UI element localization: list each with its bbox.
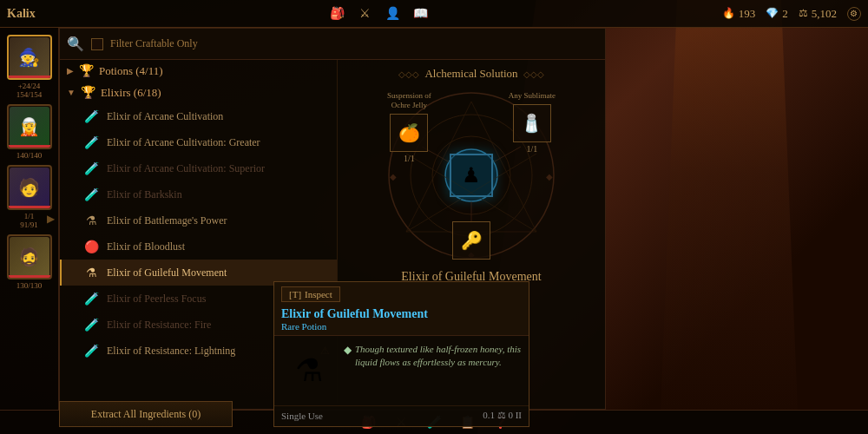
nav-icon-profile[interactable]: 👤 <box>382 3 403 24</box>
header-bar: Kalix 🎒 ⚔ 👤 📖 🔥 193 💎 2 ⚖ 5,102 ⚙ <box>0 0 868 28</box>
currency2-value: 5,102 <box>812 7 837 21</box>
extract-button[interactable]: Extract All Ingredients (0) <box>59 401 233 427</box>
char-portrait-2[interactable]: 🧝 <box>7 104 52 149</box>
category-elixirs-arrow: ▼ <box>67 88 76 97</box>
category-potions[interactable]: ▶ 🏆 Potions (4/11) <box>60 60 337 82</box>
alchemy-circle: ◆ ◆ ◆ Suspension ofOchre Jelly 🍊 1/1 Any… <box>380 84 562 266</box>
char-slot-1[interactable]: 🧙 +24/24154/154 <box>7 35 52 99</box>
category-potions-icon: 🏆 <box>79 63 94 78</box>
alchemy-title-text: Alchemical Solution <box>424 67 517 81</box>
category-elixirs[interactable]: ▼ 🏆 Elixirs (6/18) <box>60 82 337 103</box>
gold-value: 193 <box>739 7 756 21</box>
gem-value: 2 <box>782 7 788 21</box>
char-slot-3[interactable]: 🧑 1/191/91 <box>7 165 52 229</box>
inspect-icon-area: ⚗ <box>281 343 337 398</box>
char-stats-label-1: +24/24154/154 <box>16 82 43 99</box>
inspect-use-label: Single Use <box>281 411 323 421</box>
slot-top-left-box[interactable]: 🍊 <box>390 114 428 152</box>
category-elixirs-icon: 🏆 <box>81 85 95 100</box>
center-slot-icon: ♟ <box>462 163 481 187</box>
item-label-guileful: Elixir of Guileful Movement <box>107 266 227 279</box>
inspect-effect-row: ◆ Though textured like half-frozen honey… <box>344 343 522 370</box>
character-sidebar: 🧙 +24/24154/154 🧝 140/140 🧑 1/191/91 🧔 <box>0 28 59 410</box>
list-item-arcane-cult-greater[interactable]: 🧪 Elixir of Arcane Cultivation: Greater <box>60 129 337 155</box>
char-hp-fill-1 <box>9 76 50 78</box>
extract-button-label: Extract All Ingredients (0) <box>91 408 201 421</box>
currency2-icon: ⚖ <box>799 7 808 20</box>
nav-icon-bag[interactable]: 🎒 <box>326 3 347 24</box>
item-icon-barkskin: 🧪 <box>82 186 100 203</box>
list-item-arcane-cult[interactable]: 🧪 Elixir of Arcane Cultivation <box>60 103 337 129</box>
inspect-popup: [T] Inspect Elixir of Guileful Movement … <box>273 281 529 427</box>
inspect-item-icon: ⚗ <box>295 352 323 389</box>
item-icon-arcane-cult-greater: 🧪 <box>82 134 100 151</box>
item-icon-arcane-cult-superior: 🧪 <box>82 160 100 177</box>
header-stats: 🔥 193 💎 2 ⚖ 5,102 ⚙ <box>722 7 861 21</box>
gem-icon: 💎 <box>766 7 779 20</box>
char-slot-4[interactable]: 🧔 130/130 <box>7 234 52 290</box>
slot-top-right-box[interactable]: 🧂 <box>513 104 551 142</box>
slot-top-left-icon: 🍊 <box>398 122 420 143</box>
item-label-peerless: Elixir of Peerless Focus <box>107 293 206 306</box>
item-icon-bloodlust: 🔴 <box>82 238 100 255</box>
item-icon-arcane-cult: 🧪 <box>82 108 100 125</box>
item-icon-resistance-fire: 🧪 <box>82 316 100 333</box>
inspect-weight-value: 0.1 <box>483 410 495 420</box>
char-portrait-3[interactable]: 🧑 <box>7 165 52 210</box>
inspect-header: [T] Inspect Elixir of Guileful Movement … <box>274 282 529 336</box>
list-item-bloodlust[interactable]: 🔴 Elixir of Bloodlust <box>60 233 337 260</box>
list-item-battlemage[interactable]: ⚗ Elixir of Battlemage's Power <box>60 207 337 233</box>
slot-bottom-box[interactable]: 🔑 <box>452 221 490 260</box>
inspect-slots-value: II <box>516 410 522 420</box>
panel-header: 🔍 Filter Craftable Only <box>60 29 605 60</box>
sidebar-scroll-arrow: ▶ <box>47 213 55 226</box>
item-icon-guileful: ⚗ <box>82 264 100 281</box>
nav-icon-combat[interactable]: ⚔ <box>354 3 375 24</box>
inspect-button[interactable]: [T] Inspect <box>281 286 340 302</box>
char-face-1: 🧙 <box>10 37 49 77</box>
nav-icons: 🎒 ⚔ 👤 📖 <box>326 3 431 24</box>
settings-icon[interactable]: ⚙ <box>847 7 861 21</box>
nav-icon-book[interactable]: 📖 <box>410 3 431 24</box>
char-portrait-1[interactable]: 🧙 <box>7 35 52 80</box>
char-portrait-4[interactable]: 🧔 <box>7 234 52 279</box>
inspect-footer: Single Use 0.1 ⚖ 0 II <box>274 405 529 426</box>
item-icon-battlemage: ⚗ <box>82 212 100 229</box>
inspect-item-rarity: Rare Potion <box>281 321 522 332</box>
inspect-weight-icon: ⚖ <box>497 410 506 420</box>
list-item-barkskin[interactable]: 🧪 Elixir of Barkskin <box>60 181 337 207</box>
alchemy-title-deco-left: ◇◇◇ <box>398 69 419 79</box>
char-hp-fill-4 <box>9 275 50 278</box>
char-hp-bar-2 <box>9 145 50 148</box>
char-hp-bar-1 <box>9 76 50 78</box>
char-face-4: 🧔 <box>10 237 49 277</box>
inspect-item-name: Elixir of Guileful Movement <box>281 307 522 321</box>
item-label-resistance-lightning: Elixir of Resistance: Lightning <box>107 345 235 358</box>
stat-gems: 💎 2 <box>766 7 788 21</box>
alchemy-slot-top-left[interactable]: Suspension ofOchre Jelly 🍊 1/1 <box>387 91 431 163</box>
char-stats-label-4: 130/130 <box>16 281 43 290</box>
stat-currency2: ⚖ 5,102 <box>799 7 837 21</box>
char-hp-bar-3 <box>9 206 50 208</box>
inspect-key: [T] <box>289 289 301 299</box>
inspect-body: ⚗ ◆ Though textured like half-frozen hon… <box>274 336 529 405</box>
char-face-2: 🧝 <box>10 107 49 147</box>
filter-icon: 🔍 <box>67 36 84 52</box>
char-slot-2[interactable]: 🧝 140/140 <box>7 104 52 160</box>
slot-bottom-icon: 🔑 <box>461 230 483 251</box>
char-face-3: 🧑 <box>10 168 49 207</box>
char-hp-fill-3 <box>9 206 50 208</box>
char-stats-label-3: 1/191/91 <box>20 212 38 229</box>
inspect-weight: 0.1 ⚖ 0 II <box>483 410 522 421</box>
alchemy-slot-center[interactable]: ♟ <box>450 154 493 197</box>
filter-checkbox[interactable] <box>91 38 103 50</box>
inspect-label: Inspect <box>305 289 332 299</box>
alchemy-slot-top-right[interactable]: Any Sublimate 🧂 1/1 <box>509 91 556 154</box>
alchemy-title-deco-right: ◇◇◇ <box>523 69 544 79</box>
item-label-battlemage: Elixir of Battlemage's Power <box>107 214 227 227</box>
alchemy-slot-bottom[interactable]: 🔑 <box>452 221 490 260</box>
center-slot-box[interactable]: ♟ <box>450 154 493 197</box>
list-item-arcane-cult-superior[interactable]: 🧪 Elixir of Arcane Cultivation: Superior <box>60 155 337 181</box>
alchemy-title: ◇◇◇ Alchemical Solution ◇◇◇ <box>398 67 543 81</box>
slot-top-left-count: 1/1 <box>404 154 415 163</box>
